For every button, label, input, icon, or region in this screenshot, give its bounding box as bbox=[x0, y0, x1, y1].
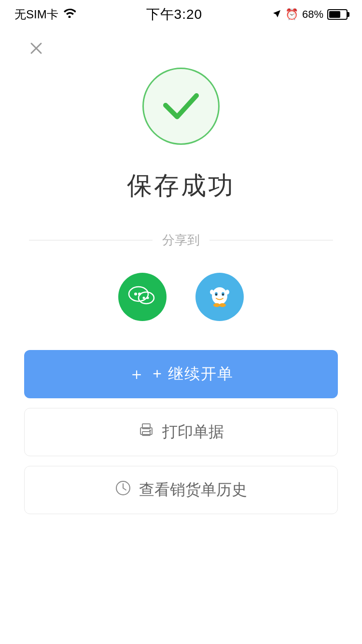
divider-line-left bbox=[29, 240, 153, 240]
svg-point-13 bbox=[210, 290, 214, 294]
share-icons bbox=[118, 273, 244, 321]
svg-point-14 bbox=[225, 290, 229, 294]
share-divider: 分享到 bbox=[0, 232, 362, 249]
svg-point-8 bbox=[212, 287, 227, 305]
svg-point-20 bbox=[149, 430, 151, 432]
svg-point-16 bbox=[219, 303, 226, 307]
qq-icon bbox=[205, 282, 234, 311]
history-label: 查看销货单历史 bbox=[139, 479, 247, 501]
close-button[interactable] bbox=[24, 36, 48, 60]
wifi-icon bbox=[63, 8, 76, 21]
continue-button[interactable]: ＋ + 继续开单 bbox=[24, 350, 338, 398]
history-icon bbox=[115, 480, 131, 500]
divider-line-right bbox=[209, 240, 333, 240]
location-icon bbox=[273, 8, 281, 21]
wechat-share-button[interactable] bbox=[118, 273, 167, 321]
battery-percent: 68% bbox=[302, 8, 323, 21]
success-title: 保存成功 bbox=[127, 169, 235, 203]
svg-point-12 bbox=[222, 294, 224, 295]
history-button[interactable]: 查看销货单历史 bbox=[24, 466, 338, 514]
plus-icon: ＋ bbox=[128, 363, 145, 385]
share-label: 分享到 bbox=[153, 232, 209, 249]
status-left: 无SIM卡 bbox=[14, 7, 76, 22]
status-time: 下午3:20 bbox=[146, 5, 203, 24]
checkmark-icon bbox=[162, 92, 200, 121]
svg-point-7 bbox=[147, 297, 149, 299]
svg-point-4 bbox=[134, 293, 137, 295]
svg-point-11 bbox=[215, 294, 217, 295]
svg-point-15 bbox=[213, 303, 220, 307]
success-circle bbox=[142, 68, 220, 145]
status-right: ⏰ 68% bbox=[273, 8, 348, 21]
qq-share-button[interactable] bbox=[195, 273, 244, 321]
action-buttons: ＋ + 继续开单 打印单据 查看销货单历 bbox=[0, 350, 362, 514]
main-content: 保存成功 分享到 bbox=[0, 29, 362, 514]
svg-point-6 bbox=[143, 297, 145, 299]
print-label: 打印单据 bbox=[162, 421, 224, 443]
print-button[interactable]: 打印单据 bbox=[24, 408, 338, 456]
carrier-label: 无SIM卡 bbox=[14, 7, 58, 22]
continue-label: + 继续开单 bbox=[153, 364, 234, 385]
svg-point-5 bbox=[138, 293, 141, 295]
status-bar: 无SIM卡 下午3:20 ⏰ 68% bbox=[0, 0, 362, 29]
print-icon bbox=[138, 423, 154, 441]
alarm-icon: ⏰ bbox=[285, 8, 298, 21]
wechat-icon bbox=[128, 284, 157, 309]
battery-icon bbox=[327, 9, 348, 20]
